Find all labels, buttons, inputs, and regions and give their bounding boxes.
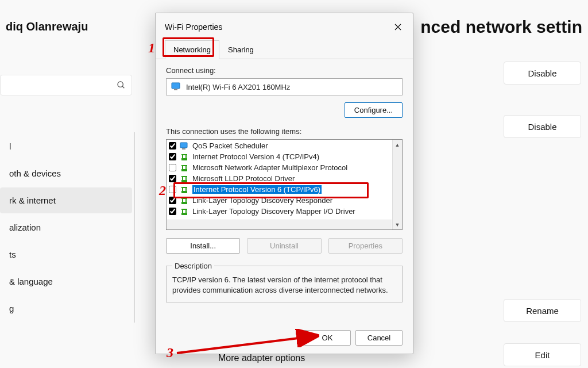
item-label: Internet Protocol Version 4 (TCP/IPv4) xyxy=(192,152,319,161)
svg-rect-16 xyxy=(181,180,187,182)
item-label: Microsoft LLDP Protocol Driver xyxy=(192,174,295,183)
ok-button[interactable]: OK xyxy=(304,330,351,346)
tab-networking[interactable]: Networking xyxy=(165,40,219,59)
close-icon xyxy=(394,24,401,30)
scroll-down-arrow[interactable]: ▼ xyxy=(393,220,402,229)
network-protocol-icon xyxy=(180,164,189,172)
item-checkbox[interactable] xyxy=(169,208,176,215)
adapter-display[interactable]: Intel(R) Wi-Fi 6 AX201 160MHz xyxy=(166,78,403,95)
sidebar-item[interactable]: g xyxy=(0,296,132,321)
svg-rect-28 xyxy=(181,213,187,215)
sidebar-item[interactable]: & language xyxy=(0,269,132,294)
btn-label: Properties xyxy=(349,241,382,250)
connection-items-listbox[interactable]: QoS Packet SchedulerInternet Protocol Ve… xyxy=(166,139,403,230)
page-title: nced network settin xyxy=(420,17,582,37)
tab-label: Networking xyxy=(173,45,211,54)
sidebar-nav: loth & devicesrk & internetalizationts& … xyxy=(0,132,135,323)
item-label: Internet Protocol Version 6 (TCP/IPv6) xyxy=(192,185,322,194)
item-checkbox[interactable] xyxy=(169,175,176,182)
item-checkbox[interactable] xyxy=(169,197,176,204)
configure-button[interactable]: Configure... xyxy=(345,102,403,118)
sidebar-item[interactable]: l xyxy=(0,133,132,159)
vertical-scrollbar[interactable]: ▲ ▼ xyxy=(392,140,402,229)
properties-button: Properties xyxy=(328,238,403,254)
cancel-button[interactable]: Cancel xyxy=(355,330,403,346)
scroll-up-arrow[interactable]: ▲ xyxy=(393,140,402,150)
list-item[interactable]: Internet Protocol Version 4 (TCP/IPv4) xyxy=(167,151,392,162)
list-item[interactable]: Link-Layer Topology Discovery Mapper I/O… xyxy=(167,206,392,217)
list-item[interactable]: Microsoft Network Adapter Multiplexor Pr… xyxy=(167,162,392,173)
btn-label: Disable xyxy=(528,68,556,78)
list-item[interactable]: Link-Layer Topology Discovery Responder xyxy=(167,195,392,206)
account-name: diq Olanrewaju xyxy=(6,20,88,33)
sidebar-item[interactable]: alization xyxy=(0,214,132,240)
svg-rect-7 xyxy=(182,148,185,150)
svg-rect-8 xyxy=(181,158,187,160)
dialog-title: Wi-Fi Properties xyxy=(165,22,222,32)
sidebar-item[interactable]: ts xyxy=(0,241,132,267)
item-label: Link-Layer Topology Discovery Responder xyxy=(192,196,332,205)
btn-label: Uninstall xyxy=(270,241,299,250)
sidebar-item[interactable]: oth & devices xyxy=(0,160,132,186)
btn-label: Install... xyxy=(190,241,216,250)
item-checkbox[interactable] xyxy=(169,186,176,193)
uninstall-button: Uninstall xyxy=(247,238,321,254)
description-text: TCP/IP version 6. The latest version of … xyxy=(172,275,396,295)
tab-strip: Networking Sharing xyxy=(156,40,413,59)
network-protocol-icon xyxy=(180,186,189,194)
adapter-name: Intel(R) Wi-Fi 6 AX201 160MHz xyxy=(186,83,290,91)
tab-sharing[interactable]: Sharing xyxy=(219,40,262,59)
dialog-title-bar[interactable]: Wi-Fi Properties xyxy=(156,13,413,39)
svg-rect-20 xyxy=(181,191,187,193)
svg-rect-5 xyxy=(174,89,177,90)
list-item[interactable]: Internet Protocol Version 6 (TCP/IPv6) xyxy=(167,184,392,195)
adapter-icon xyxy=(171,82,181,91)
close-button[interactable] xyxy=(390,19,406,35)
svg-point-0 xyxy=(118,82,123,87)
action-btn-edit[interactable]: Edit xyxy=(504,343,581,366)
more-adapter-options-label: More adapter options xyxy=(218,353,305,363)
svg-rect-24 xyxy=(181,202,187,204)
search-icon xyxy=(117,80,126,90)
item-checkbox[interactable] xyxy=(169,142,176,150)
network-protocol-icon xyxy=(180,208,189,216)
sidebar-item[interactable]: rk & internet xyxy=(0,187,132,213)
btn-label: Cancel xyxy=(368,334,390,342)
btn-label: Disable xyxy=(528,122,556,132)
svg-line-1 xyxy=(122,86,124,88)
monitor-icon xyxy=(180,142,189,150)
svg-rect-12 xyxy=(181,169,187,171)
svg-rect-4 xyxy=(172,83,180,89)
item-label: Link-Layer Topology Discovery Mapper I/O… xyxy=(192,207,355,216)
btn-label: Rename xyxy=(526,306,559,316)
install-button[interactable]: Install... xyxy=(166,238,240,254)
action-btn-disable-2[interactable]: Disable xyxy=(504,115,581,138)
item-label: QoS Packet Scheduler xyxy=(192,141,268,150)
btn-label: Edit xyxy=(535,350,550,360)
description-group: Description TCP/IP version 6. The latest… xyxy=(166,262,403,302)
search-input[interactable] xyxy=(0,75,132,95)
list-item[interactable]: QoS Packet Scheduler xyxy=(167,140,392,151)
tab-content-networking: Connect using: Intel(R) Wi-Fi 6 AX201 16… xyxy=(156,59,413,308)
action-btn-disable-1[interactable]: Disable xyxy=(504,62,581,85)
network-protocol-icon xyxy=(180,153,189,161)
svg-rect-6 xyxy=(180,143,187,148)
item-label: Microsoft Network Adapter Multiplexor Pr… xyxy=(192,163,347,172)
wifi-properties-dialog: Wi-Fi Properties Networking Sharing Conn… xyxy=(155,13,413,354)
network-protocol-icon xyxy=(180,197,189,205)
network-protocol-icon xyxy=(180,175,189,183)
btn-label: OK xyxy=(322,334,333,342)
list-item[interactable]: Microsoft LLDP Protocol Driver xyxy=(167,173,392,184)
action-btn-rename[interactable]: Rename xyxy=(504,299,581,322)
tab-label: Sharing xyxy=(228,45,254,54)
connect-using-label: Connect using: xyxy=(166,66,403,75)
item-checkbox[interactable] xyxy=(169,164,176,171)
description-legend: Description xyxy=(172,262,214,270)
items-label: This connection uses the following items… xyxy=(166,127,403,136)
btn-label: Configure... xyxy=(354,106,393,114)
item-checkbox[interactable] xyxy=(169,153,176,160)
horizontal-scrollbar[interactable] xyxy=(167,220,392,229)
